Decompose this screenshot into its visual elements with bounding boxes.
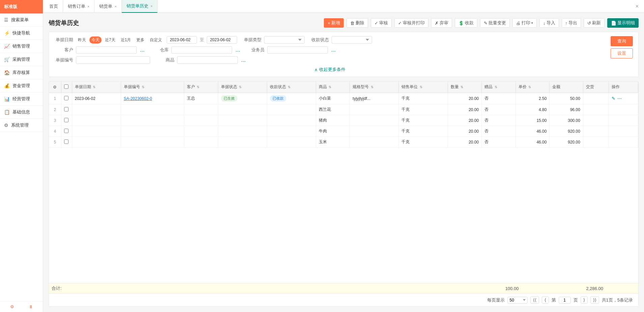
collapse-filter-button[interactable]: ∧ 收起更多条件 [314,67,345,73]
refresh-button[interactable]: ↺ 刷新 [584,18,605,28]
col-payment-status[interactable]: 收款状态 ⇅ [267,81,316,93]
last-page-button[interactable]: ⟩⟩ [590,296,599,304]
more-action-btn[interactable]: ⋯ [617,96,622,101]
tab-sales-delivery[interactable]: 销货单 × [94,0,121,13]
date-option-yesterday[interactable]: 昨天 [76,36,88,44]
sidebar-item-search-menu[interactable]: ☰ 搜索菜单 [0,14,43,27]
row-checkbox[interactable] [64,118,68,122]
salesperson-ellipsis-btn[interactable]: ... [331,47,336,53]
delete-button[interactable]: 🗑 删除 [346,18,368,28]
goods-input[interactable] [177,56,238,64]
abandon-button[interactable]: ✗ 弃审 [431,18,452,28]
sort-payment-status-icon[interactable]: ⇅ [288,85,290,89]
col-doc-date[interactable]: 单据日期 ⇅ [72,81,121,93]
query-button[interactable]: 查询 [611,36,633,46]
sidebar-footer-left-icon[interactable]: ⚙ [10,304,14,309]
col-unit-price[interactable]: 单价 ⇅ [515,81,550,93]
warehouse-input[interactable] [171,46,232,54]
col-spec-type[interactable]: 规格型号 ⇅ [350,81,399,93]
date-option-today[interactable]: 今天 [89,36,102,44]
date-option-custom[interactable]: 自定义 [148,36,164,44]
sidebar-item-operations-mgmt[interactable]: 📊 经营管理 [0,93,43,106]
row-checkbox[interactable] [64,139,68,144]
col-doc-no[interactable]: 单据编号 ⇅ [121,81,184,93]
date-option-more[interactable]: 更多 [134,36,146,44]
sort-goods-icon[interactable]: ⇅ [329,85,331,89]
customer-ellipsis-btn[interactable]: ... [140,47,144,53]
sidebar-item-system-mgmt[interactable]: ⚙ 系统管理 [0,119,43,132]
tab-home[interactable]: 首页 [45,0,63,13]
filter-row-3: 单据编号 商品 ... [54,56,605,64]
collect-button[interactable]: 💲 收款 [455,18,477,28]
sort-doc-status-icon[interactable]: ⇅ [239,85,242,89]
date-start-input[interactable] [167,36,197,44]
sort-quantity-icon[interactable]: ⇅ [460,85,463,89]
sort-spec-type-icon[interactable]: ⇅ [371,85,373,89]
audit-button[interactable]: ✓ 审核 [371,18,392,28]
row-checkbox[interactable] [64,107,68,111]
export-button[interactable]: ↑ 导出 [562,18,581,28]
new-button[interactable]: + 新增 [324,18,344,28]
import-button[interactable]: ↓ 导入 [539,18,559,28]
payment-status-select[interactable] [332,36,372,44]
sidebar-item-system-mgmt-label: 系统管理 [11,122,29,128]
col-customer[interactable]: 客户 ⇅ [184,81,218,93]
show-detail-button[interactable]: 📄 显示明细 [607,18,639,28]
sidebar-footer-right-icon[interactable]: ⏸ [29,304,33,309]
doc-no-input[interactable] [76,56,150,64]
tab-sales-history-close[interactable]: × [150,4,152,8]
current-page-input[interactable] [559,297,571,304]
sidebar-item-finance-mgmt[interactable]: 💰 资金管理 [0,79,43,93]
tab-sales-order[interactable]: 销售订单 × [63,0,94,13]
col-doc-status[interactable]: 单据状态 ⇅ [218,81,267,93]
warehouse-ellipsis-btn[interactable]: ... [235,47,240,53]
sidebar-item-quick-nav[interactable]: ⚡ 快捷导航 [0,27,43,40]
sort-doc-no-icon[interactable]: ⇅ [142,85,144,89]
batch-change-button[interactable]: ✎ 批量变更 [480,18,510,28]
sidebar-item-operations-mgmt-label: 经营管理 [12,96,30,102]
salesperson-input[interactable] [267,46,328,54]
sort-gift-icon[interactable]: ⇅ [495,85,497,89]
row-doc-status-cell: 已生效 [218,93,267,104]
sort-customer-icon[interactable]: ⇅ [197,85,199,89]
sidebar-item-inventory[interactable]: 🏠 库存核算 [0,66,43,79]
sidebar-item-base-info[interactable]: 📋 基础信息 [0,106,43,119]
date-end-input[interactable] [207,36,237,44]
next-page-button[interactable]: ⟩ [581,296,588,304]
abandon-label: 弃审 [440,20,448,26]
edit-action-btn[interactable]: ✎ [612,96,615,101]
row-checkbox[interactable] [64,129,68,133]
col-quantity[interactable]: 数量 ⇅ [448,81,482,93]
print-button[interactable]: 🖨 打印 ▾ [512,18,537,28]
audit-print-button[interactable]: ✓ 审核并打印 [394,18,428,28]
select-all-checkbox[interactable] [64,84,68,89]
goods-ellipsis-btn[interactable]: ... [241,57,246,63]
date-option-7days[interactable]: 近7天 [103,36,117,44]
customer-input[interactable] [76,46,137,54]
doc-type-select[interactable] [264,36,305,44]
prev-page-button[interactable]: ⟨ [542,296,549,304]
col-gift[interactable]: 赠品 ⇅ [482,81,516,93]
tab-sales-order-close[interactable]: × [87,4,89,8]
sort-doc-date-icon[interactable]: ⇅ [93,85,95,89]
date-option-1month[interactable]: 近1月 [119,36,133,44]
sidebar-item-sales-mgmt[interactable]: 📈 销售管理 [0,40,43,53]
row-spec-type-cell: tyjyjtyjdf... [350,93,399,104]
sort-unit-price-icon[interactable]: ⇅ [528,85,531,89]
doc-no-link[interactable]: SA-20230602-0 [124,96,152,101]
row-checkbox[interactable] [64,96,68,100]
first-page-button[interactable]: ⟨⟨ [530,296,539,304]
tab-sales-history[interactable]: 销货单历史 × [122,0,158,13]
window-close-button[interactable]: × [633,3,641,9]
warehouse-label: 仓库 [150,47,169,53]
col-sales-unit[interactable]: 销售单位 ⇅ [399,81,448,93]
sidebar-item-purchase-mgmt[interactable]: 🛒 采购管理 [0,53,43,66]
sort-sales-unit-icon[interactable]: ⇅ [420,85,422,89]
col-settings[interactable]: ⚙ [49,81,61,93]
operations-mgmt-icon: 📊 [4,96,10,102]
col-goods[interactable]: 商品 ⇅ [316,81,350,93]
inventory-icon: 🏠 [4,70,10,75]
tab-sales-delivery-close[interactable]: × [114,4,116,8]
set-button[interactable]: 设置 [611,48,633,58]
per-page-select[interactable]: 10 20 50 100 [507,297,528,304]
